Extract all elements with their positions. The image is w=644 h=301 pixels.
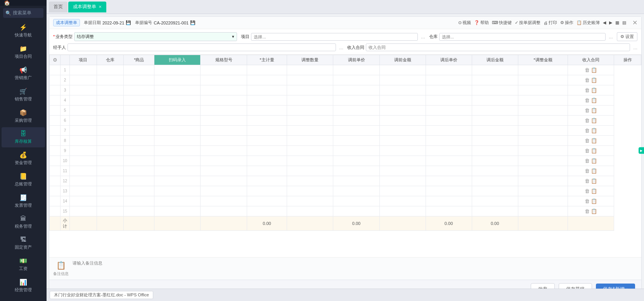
cell[interactable] [426, 156, 472, 166]
sidebar-search[interactable]: 🔍 搜索菜单 [3, 8, 43, 18]
cell[interactable] [379, 106, 426, 116]
cell[interactable] [154, 106, 201, 116]
cell[interactable] [333, 136, 379, 146]
cell[interactable] [247, 75, 287, 85]
cell[interactable] [70, 176, 97, 186]
settings-button[interactable]: ⚙ 设置 [617, 32, 637, 41]
cell[interactable] [247, 116, 287, 126]
project-dots[interactable]: ... [421, 34, 425, 40]
delete-icon[interactable]: 🗑 [585, 138, 590, 144]
delete-icon[interactable]: 🗑 [585, 128, 590, 133]
sidebar-item-project-contract[interactable]: 📁 项目合同 [2, 42, 45, 62]
cell[interactable] [379, 65, 426, 75]
delete-icon[interactable]: 🗑 [585, 118, 590, 123]
cell[interactable] [518, 206, 568, 216]
cell[interactable] [97, 65, 124, 75]
copy-icon[interactable]: 📋 [591, 67, 597, 73]
view-list-icon[interactable]: ▤ [622, 20, 626, 25]
cell[interactable] [97, 186, 124, 196]
copy-icon[interactable]: 📋 [591, 158, 597, 164]
project-input[interactable] [251, 33, 417, 41]
cell[interactable] [287, 136, 333, 146]
col-scan[interactable]: 扫码录入 [154, 55, 201, 65]
cell[interactable] [154, 75, 201, 85]
cell[interactable] [472, 106, 518, 116]
cell[interactable] [97, 146, 124, 156]
cell[interactable] [97, 196, 124, 206]
delete-icon[interactable]: 🗑 [585, 67, 590, 73]
cell[interactable] [333, 166, 379, 176]
copy-icon[interactable]: 📋 [591, 148, 597, 154]
cell[interactable] [201, 166, 247, 176]
copy-icon[interactable]: 📋 [591, 97, 597, 103]
sidebar-item-finance[interactable]: 💰 资金管理 [2, 148, 45, 169]
sidebar-item-fixed-assets[interactable]: 🏗 固定资产 [2, 233, 45, 253]
cell[interactable] [472, 116, 518, 126]
cell[interactable] [97, 126, 124, 136]
cell[interactable] [518, 116, 568, 126]
cell[interactable] [287, 106, 333, 116]
cell[interactable] [201, 146, 247, 156]
cell[interactable] [333, 206, 379, 216]
cell[interactable] [426, 206, 472, 216]
cell[interactable] [201, 206, 247, 216]
cell[interactable] [287, 196, 333, 206]
cell[interactable] [201, 186, 247, 196]
check-action[interactable]: ✓ 按单据调整 [515, 20, 540, 26]
cell[interactable] [287, 176, 333, 186]
view-action[interactable]: ⊙ 视频 [458, 20, 471, 26]
cell[interactable] [124, 166, 154, 176]
cell[interactable] [247, 166, 287, 176]
cell[interactable] [518, 85, 568, 95]
cell[interactable] [287, 65, 333, 75]
cell[interactable] [201, 85, 247, 95]
cell[interactable] [518, 156, 568, 166]
cell[interactable] [70, 156, 97, 166]
col-settings[interactable]: ⚙ [50, 55, 61, 65]
cell[interactable] [472, 85, 518, 95]
cell[interactable] [426, 146, 472, 156]
cell[interactable] [426, 85, 472, 95]
delete-icon[interactable]: 🗑 [585, 107, 590, 113]
cell[interactable] [70, 146, 97, 156]
cell[interactable] [287, 186, 333, 196]
cell[interactable] [518, 126, 568, 136]
cell[interactable] [287, 95, 333, 106]
delete-icon[interactable]: 🗑 [585, 148, 590, 154]
copy-icon[interactable]: 📋 [591, 188, 597, 194]
business-type-select[interactable]: 结存调整 ▾ [74, 32, 237, 41]
cell[interactable] [70, 196, 97, 206]
cell[interactable] [472, 126, 518, 136]
delete-icon[interactable]: 🗑 [585, 178, 590, 184]
sidebar-item-inventory[interactable]: 🗄 库存核算 [2, 127, 45, 147]
cell[interactable] [333, 156, 379, 166]
cell[interactable] [124, 65, 154, 75]
cell[interactable] [201, 116, 247, 126]
cell[interactable] [247, 126, 287, 136]
cell[interactable] [247, 206, 287, 216]
copy-icon[interactable]: 📋 [591, 138, 597, 144]
cell[interactable] [472, 75, 518, 85]
cell[interactable] [247, 106, 287, 116]
sidebar-item-basic-info[interactable]: ℹ 基础信息 [2, 297, 45, 301]
cell[interactable] [201, 176, 247, 186]
cell[interactable] [379, 85, 426, 95]
tab-home[interactable]: 首页 [49, 2, 68, 12]
sidebar-item-tax[interactable]: 🏛 税务管理 [2, 212, 45, 232]
cell[interactable] [472, 146, 518, 156]
copy-icon[interactable]: 📋 [591, 87, 597, 93]
cell[interactable] [379, 206, 426, 216]
tab-cost-adjust[interactable]: 成本调整单 ✕ [68, 2, 106, 12]
cell[interactable] [472, 166, 518, 176]
cell[interactable] [333, 106, 379, 116]
cell[interactable] [97, 85, 124, 95]
cell[interactable] [154, 206, 201, 216]
sidebar-item-invoice[interactable]: 🧾 发票管理 [2, 191, 45, 211]
cell[interactable] [518, 75, 568, 85]
cell[interactable] [472, 196, 518, 206]
cell[interactable] [472, 65, 518, 75]
cell[interactable] [97, 116, 124, 126]
cell[interactable] [333, 186, 379, 196]
cell[interactable] [426, 116, 472, 126]
cell[interactable] [70, 186, 97, 196]
